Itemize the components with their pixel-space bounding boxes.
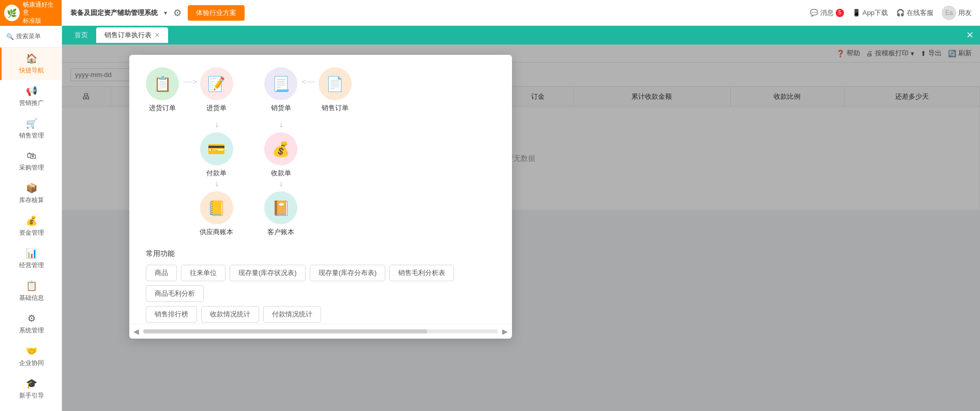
common-functions: 常用功能 商品 往来单位 现存量(库存状况表) 现存量(库存分布表) 销售毛利分… bbox=[146, 249, 495, 323]
modal-overlay: 📋 进货订单 - - - - > bbox=[62, 44, 980, 411]
func-btn-product[interactable]: 商品 bbox=[146, 265, 177, 281]
settings-icon[interactable]: ⚙ bbox=[173, 7, 182, 19]
sales-bill-label: 销货单 bbox=[271, 103, 291, 113]
search-menu-button[interactable]: 🔍 搜索菜单 bbox=[4, 30, 57, 43]
app-download-label: App下载 bbox=[863, 8, 888, 18]
system-icon: ⚙ bbox=[27, 313, 36, 324]
message-icon: 💬 bbox=[810, 9, 818, 17]
customer-ledger-circle: 📔 bbox=[264, 191, 297, 224]
sidebar-item-label: 营销推广 bbox=[19, 99, 44, 108]
func-btn-stock-status[interactable]: 现存量(库存状况表) bbox=[230, 265, 306, 281]
marketing-icon: 📢 bbox=[26, 85, 37, 97]
sidebar-item-marketing[interactable]: 📢 营销推广 bbox=[0, 80, 62, 113]
func-buttons-row2: 销售排行榜 收款情况统计 付款情况统计 bbox=[146, 306, 495, 323]
home-icon: 🏠 bbox=[26, 53, 37, 64]
online-service-action[interactable]: 🎧 在线客服 bbox=[896, 8, 933, 18]
func-btn-partner[interactable]: 往来单位 bbox=[181, 265, 225, 281]
close-all-tabs-icon[interactable]: ✕ bbox=[964, 27, 976, 43]
user-name: 用友 bbox=[958, 8, 972, 18]
func-btn-receipt-stats[interactable]: 收款情况统计 bbox=[201, 306, 259, 323]
sidebar-item-finance[interactable]: 💰 资金管理 bbox=[0, 210, 62, 242]
purchase-order-circle: 📋 bbox=[146, 67, 179, 100]
sidebar-item-label: 资金管理 bbox=[19, 229, 44, 237]
sidebar-item-quick-nav[interactable]: 🏠 快捷导航 bbox=[0, 48, 62, 80]
flow-node-payment[interactable]: 💳 付款单 bbox=[200, 132, 233, 178]
page-content: ❓ 帮助 🖨 按模板打印 ▾ ⬆ 导出 🔄 刷新 bbox=[62, 44, 980, 411]
purchase-bill-icon: 📝 bbox=[207, 75, 225, 93]
quick-nav-modal: 📋 进货订单 - - - - > bbox=[129, 55, 512, 339]
sidebar-item-purchase[interactable]: 🛍 采购管理 bbox=[0, 145, 62, 177]
sales-order-icon: 📄 bbox=[326, 75, 344, 93]
logo-icon: 🌿 bbox=[4, 5, 20, 21]
inventory-icon: 📦 bbox=[26, 182, 37, 194]
func-btn-product-profit[interactable]: 商品毛利分析 bbox=[146, 285, 204, 302]
basic-info-icon: 📋 bbox=[26, 280, 37, 292]
arrow-down-customer: ↓ bbox=[279, 179, 283, 188]
logo-line2: 标准版 bbox=[23, 17, 57, 25]
sidebar-item-system[interactable]: ⚙ 系统管理 bbox=[0, 308, 62, 340]
tab-sales-order-execution[interactable]: 销售订单执行表 ✕ bbox=[96, 27, 168, 43]
sidebar-item-label: 快捷导航 bbox=[19, 66, 44, 75]
scrollbar-track bbox=[143, 329, 498, 333]
receipt-icon: 💰 bbox=[272, 141, 290, 158]
scroll-right-icon[interactable]: ▶ bbox=[502, 327, 508, 336]
receipt-label: 收款单 bbox=[271, 169, 291, 178]
receipt-circle: 💰 bbox=[264, 132, 297, 165]
tab-close-icon[interactable]: ✕ bbox=[155, 32, 160, 39]
system-dropdown-icon[interactable]: ▾ bbox=[164, 9, 167, 17]
flow-node-supplier-ledger[interactable]: 📒 供应商账本 bbox=[200, 191, 233, 237]
sales-order-circle: 📄 bbox=[319, 67, 352, 100]
flow-node-sales-bill[interactable]: 📃 销货单 bbox=[264, 67, 297, 113]
func-btn-stock-dist[interactable]: 现存量(库存分布表) bbox=[310, 265, 386, 281]
app-download-action[interactable]: 📱 App下载 bbox=[852, 8, 888, 18]
scroll-left-icon[interactable]: ◀ bbox=[133, 327, 139, 336]
user-profile-action[interactable]: Ea 用友 bbox=[942, 6, 972, 20]
arrow-right-1: - - - - > bbox=[179, 78, 200, 86]
func-buttons-row1: 商品 往来单位 现存量(库存状况表) 现存量(库存分布表) 销售毛利分析表 商品… bbox=[146, 265, 495, 302]
tab-home[interactable]: 首页 bbox=[66, 27, 96, 43]
message-badge: 5 bbox=[836, 9, 844, 17]
purchase-bill-circle: 📝 bbox=[200, 67, 233, 100]
sidebar: 🌿 畅康通好生意 标准版 🔍 搜索菜单 🏠 快捷导航 📢 营销推广 🛒 bbox=[0, 0, 62, 411]
arrow-down-sales: ↓ bbox=[279, 120, 283, 129]
flow-node-customer-ledger[interactable]: 📔 客户账本 bbox=[264, 191, 297, 237]
arrow-down-supplier: ↓ bbox=[215, 179, 219, 188]
customer-ledger-icon: 📔 bbox=[272, 200, 290, 217]
avatar: Ea bbox=[942, 6, 956, 20]
avatar-text: Ea bbox=[945, 9, 953, 17]
main-content: 装备及固定资产辅助管理系统 ▾ ⚙ 体验行业方案 💬 消息 5 📱 App下载 … bbox=[62, 0, 980, 411]
online-service-label: 在线客服 bbox=[907, 8, 933, 18]
sales-bill-icon: 📃 bbox=[272, 75, 290, 93]
sidebar-item-beginner[interactable]: 🎓 新手引导 bbox=[0, 373, 62, 405]
sidebar-item-basic-info[interactable]: 📋 基础信息 bbox=[0, 275, 62, 308]
topbar-actions: 💬 消息 5 📱 App下载 🎧 在线客服 Ea 用友 bbox=[810, 6, 972, 20]
flow-node-receipt[interactable]: 💰 收款单 bbox=[264, 132, 297, 178]
flow-node-purchase-bill[interactable]: 📝 进货单 bbox=[200, 67, 233, 113]
flow-node-purchase-order[interactable]: 📋 进货订单 bbox=[146, 67, 179, 113]
func-btn-payment-stats[interactable]: 付款情况统计 bbox=[263, 306, 321, 323]
sidebar-item-operations[interactable]: 📊 经营管理 bbox=[0, 242, 62, 275]
operations-icon: 📊 bbox=[26, 248, 37, 259]
purchase-bill-label: 进货单 bbox=[206, 103, 227, 113]
flow-node-sales-order[interactable]: 📄 销售订单 bbox=[319, 67, 352, 113]
sidebar-item-label: 系统管理 bbox=[19, 326, 44, 335]
func-btn-sales-profit[interactable]: 销售毛利分析表 bbox=[389, 265, 454, 281]
sidebar-item-label: 库存核算 bbox=[19, 196, 44, 205]
modal-body: 📋 进货订单 - - - - > bbox=[129, 55, 512, 324]
message-label: 消息 bbox=[820, 8, 834, 18]
customer-ledger-label: 客户账本 bbox=[267, 227, 294, 237]
func-btn-sales-ranking[interactable]: 销售排行榜 bbox=[146, 306, 197, 323]
payment-icon: 💳 bbox=[207, 141, 225, 158]
sidebar-item-enterprise[interactable]: 🤝 企业协同 bbox=[0, 340, 62, 373]
trial-button[interactable]: 体验行业方案 bbox=[188, 5, 245, 21]
sidebar-item-inventory[interactable]: 📦 库存核算 bbox=[0, 177, 62, 210]
sidebar-item-sales[interactable]: 🛒 销售管理 bbox=[0, 113, 62, 145]
messages-action[interactable]: 💬 消息 5 bbox=[810, 8, 844, 18]
common-functions-title: 常用功能 bbox=[146, 249, 495, 258]
sales-icon: 🛒 bbox=[26, 118, 37, 129]
sales-order-label: 销售订单 bbox=[322, 103, 349, 113]
sidebar-item-label: 新手引导 bbox=[19, 391, 44, 400]
enterprise-icon: 🤝 bbox=[26, 345, 37, 357]
service-icon: 🎧 bbox=[896, 9, 904, 17]
sidebar-item-label: 经营管理 bbox=[19, 261, 44, 270]
